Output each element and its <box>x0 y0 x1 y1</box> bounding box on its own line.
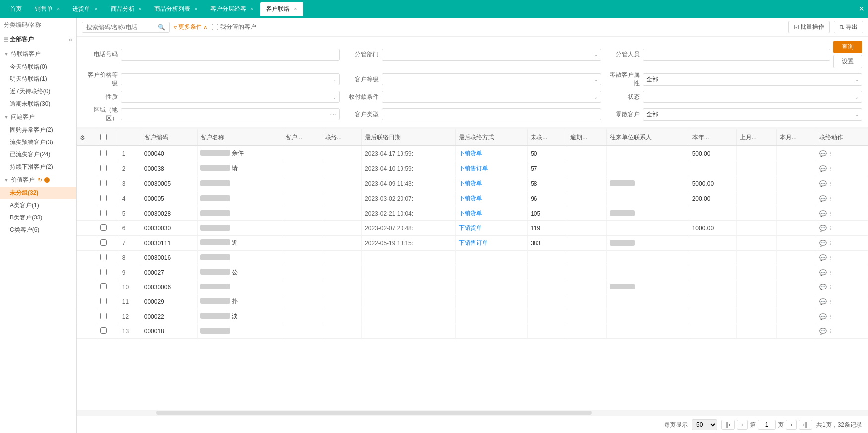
grid-action-icon[interactable]: ⁝ <box>830 328 832 335</box>
chat-action-icon[interactable]: 💬 <box>819 165 827 172</box>
page-input[interactable] <box>758 420 776 430</box>
row-checkbox[interactable] <box>97 236 119 251</box>
col-last-method[interactable]: 最后联络方式 <box>456 129 528 146</box>
close-window-icon[interactable]: × <box>859 4 864 14</box>
close-product-analysis-icon[interactable]: × <box>138 6 141 12</box>
sidebar-item-declining[interactable]: 持续下滑客户(2) <box>0 161 76 173</box>
row-checkbox[interactable] <box>97 280 119 294</box>
row-checkbox[interactable] <box>97 294 119 309</box>
search-icon[interactable]: 🔍 <box>158 24 165 31</box>
row-last-method[interactable] <box>456 294 528 309</box>
nature-select[interactable]: ⌄ <box>121 91 340 103</box>
chat-action-icon[interactable]: 💬 <box>819 210 827 217</box>
grid-action-icon[interactable]: ⁝ <box>830 269 832 276</box>
query-btn[interactable]: 查询 <box>833 41 862 53</box>
chat-action-icon[interactable]: 💬 <box>819 313 827 320</box>
grid-action-icon[interactable]: ⁝ <box>830 254 832 261</box>
dept-select[interactable]: ⌄ <box>382 49 601 61</box>
tab-product-list[interactable]: 商品分析列表 × <box>148 2 203 16</box>
close-sales-icon[interactable]: × <box>57 6 60 12</box>
chat-action-icon[interactable]: 💬 <box>819 328 827 335</box>
grid-action-icon[interactable]: ⁝ <box>830 180 832 187</box>
close-customer-segment-icon[interactable]: × <box>250 6 253 12</box>
phone-input[interactable] <box>121 49 340 61</box>
price-level-select[interactable]: ⌄ <box>121 73 340 85</box>
region-input[interactable]: ⋯ <box>121 108 340 120</box>
problem-group-header[interactable]: ▼ 问题客户 <box>0 110 76 124</box>
row-last-method[interactable]: 下销货单 <box>456 191 528 206</box>
grid-action-icon[interactable]: ⁝ <box>830 298 832 305</box>
col-this-year[interactable]: 本年... <box>689 129 736 146</box>
row-checkbox[interactable] <box>97 176 119 191</box>
chat-action-icon[interactable]: 💬 <box>819 269 827 276</box>
row-last-method[interactable]: 下销货单 <box>456 176 528 191</box>
prev-page-btn[interactable]: ‹ <box>737 420 748 430</box>
chat-action-icon[interactable]: 💬 <box>819 284 827 290</box>
sidebar-item-class-c[interactable]: C类客户(6) <box>0 224 76 236</box>
col-checkbox[interactable] <box>97 129 119 146</box>
status-select[interactable]: ⌄ <box>643 91 862 103</box>
tab-customer-contact[interactable]: 客户联络 × <box>260 2 303 16</box>
my-customers-check[interactable] <box>212 24 218 30</box>
manager-input[interactable] <box>643 49 830 61</box>
close-purchase-icon[interactable]: × <box>94 6 97 12</box>
tab-purchase[interactable]: 进货单 × <box>67 2 103 16</box>
row-last-method[interactable]: 下销售订单 <box>456 236 528 251</box>
scrollbar-area[interactable] <box>77 410 868 416</box>
row-last-method[interactable] <box>456 280 528 294</box>
batch-btn[interactable]: ☑ 批量操作 <box>788 21 830 33</box>
sidebar-item-abnormal[interactable]: 固购异常客户(2) <box>0 124 76 136</box>
retail-customer-select[interactable]: 全部⌄ <box>643 108 862 121</box>
last-page-btn[interactable]: ›‖ <box>799 420 812 430</box>
payment-select[interactable]: ⌄ <box>382 91 601 103</box>
grid-action-icon[interactable]: ⁝ <box>830 240 832 247</box>
chat-action-icon[interactable]: 💬 <box>819 240 827 247</box>
export-btn[interactable]: ⇅ 导出 <box>834 21 863 33</box>
grid-action-icon[interactable]: ⁝ <box>830 150 832 157</box>
col-last-month[interactable]: 上月... <box>736 129 776 146</box>
row-checkbox[interactable] <box>97 221 119 236</box>
row-checkbox[interactable] <box>97 309 119 324</box>
row-checkbox[interactable] <box>97 161 119 176</box>
row-last-method[interactable]: 下销货单 <box>456 146 528 161</box>
col-last-date[interactable]: 最后联络日期 <box>362 129 456 146</box>
row-last-method[interactable]: 下销售订单 <box>456 161 528 176</box>
tab-customer-segment[interactable]: 客户分层经客 × <box>204 2 259 16</box>
sidebar-item-today[interactable]: 今天待联络(0) <box>0 61 76 73</box>
value-group-header[interactable]: ▼ 价值客户 ↻ ! <box>0 173 76 187</box>
first-page-btn[interactable]: ‖‹ <box>721 420 735 430</box>
sidebar-item-tomorrow[interactable]: 明天待联络(1) <box>0 73 76 85</box>
col-settings[interactable]: ⚙ <box>77 129 97 146</box>
retail-attr-select[interactable]: 全部⌄ <box>643 73 862 86</box>
row-last-method[interactable] <box>456 265 528 280</box>
row-checkbox[interactable] <box>97 265 119 280</box>
row-last-method[interactable]: 下销货单 <box>456 221 528 236</box>
col-type[interactable]: 客户... <box>282 129 322 146</box>
col-this-month[interactable]: 本月... <box>776 129 816 146</box>
next-page-btn[interactable]: › <box>786 420 797 430</box>
grid-action-icon[interactable]: ⁝ <box>830 165 832 172</box>
sidebar-item-churned[interactable]: 已流失客户(24) <box>0 148 76 161</box>
horizontal-scrollbar[interactable] <box>156 411 592 415</box>
grid-action-icon[interactable]: ⁝ <box>830 225 832 232</box>
reset-btn[interactable]: 设置 <box>833 55 862 68</box>
col-code[interactable]: 客户编码 <box>141 129 197 146</box>
collapse-icon[interactable]: « <box>69 36 72 43</box>
sidebar-item-churn-warning[interactable]: 流失预警客户(3) <box>0 136 76 148</box>
grid-action-icon[interactable]: ⁝ <box>830 195 832 202</box>
sidebar-item-7days[interactable]: 近7天待联络(0) <box>0 85 76 98</box>
row-checkbox[interactable] <box>97 324 119 339</box>
col-no-contact[interactable]: 未联... <box>528 129 567 146</box>
grid-action-icon[interactable]: ⁝ <box>830 284 832 290</box>
col-company-contact[interactable]: 往来单位联系人 <box>607 129 689 146</box>
chat-action-icon[interactable]: 💬 <box>819 254 827 261</box>
sidebar-item-overdue[interactable]: 逾期未联络(30) <box>0 98 76 110</box>
customer-type-input[interactable] <box>382 108 601 120</box>
customer-level-select[interactable]: ⌄ <box>382 73 601 85</box>
row-checkbox[interactable] <box>97 206 119 221</box>
tab-sales[interactable]: 销售单 × <box>29 2 66 16</box>
per-page-select[interactable]: 50 100 200 <box>692 419 717 430</box>
chat-action-icon[interactable]: 💬 <box>819 180 827 187</box>
grid-action-icon[interactable]: ⁝ <box>830 313 832 320</box>
chat-action-icon[interactable]: 💬 <box>819 195 827 202</box>
